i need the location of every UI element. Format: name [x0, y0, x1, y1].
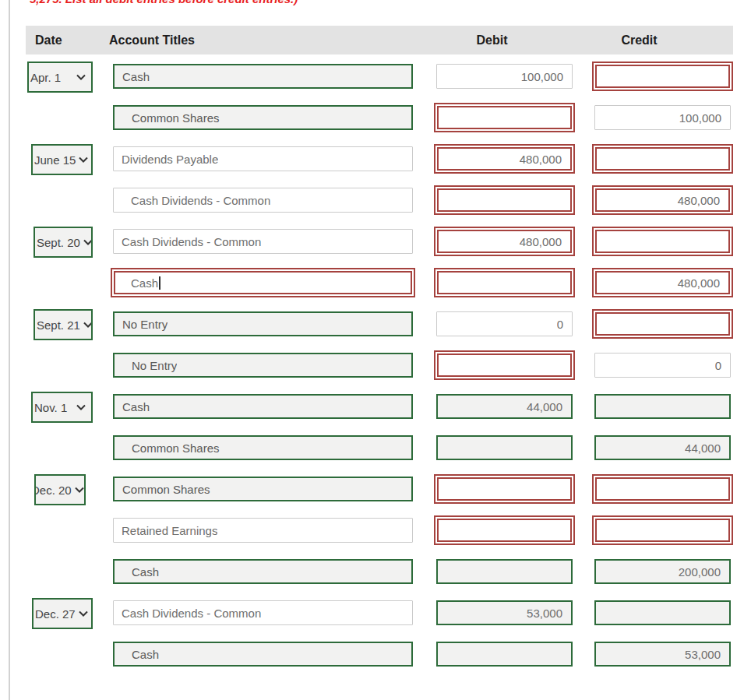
text-cursor — [159, 276, 160, 290]
account-input[interactable]: Cash — [113, 394, 413, 419]
header-debit: Debit — [413, 33, 571, 47]
chevron-down-icon — [83, 239, 93, 245]
debit-input[interactable]: 480,000 — [434, 227, 575, 256]
account-input[interactable]: Common Shares — [113, 105, 413, 130]
date-select-value: Dec. 20 — [34, 484, 72, 497]
table-row: Dec. 27 Cash Dividends - Common 53,000 — [26, 600, 733, 625]
debit-input[interactable] — [434, 474, 575, 504]
date-select-value: June 15 — [34, 153, 76, 167]
account-input[interactable]: Common Shares — [113, 477, 413, 501]
debit-input[interactable] — [434, 268, 575, 297]
account-input[interactable]: Cash Dividends - Common — [113, 188, 413, 213]
table-row: Common Shares 44,000 — [26, 435, 733, 460]
date-select[interactable]: Dec. 20 — [34, 474, 86, 505]
debit-input[interactable]: 480,000 — [434, 144, 575, 174]
table-row: Retained Earnings — [26, 518, 733, 543]
table-row: Dec. 20 Common Shares — [26, 477, 733, 501]
account-input[interactable]: Dividends Payable — [113, 146, 413, 171]
debit-input[interactable] — [436, 435, 573, 460]
date-select[interactable]: Sept. 21 — [33, 309, 93, 340]
debit-input[interactable]: 53,000 — [436, 600, 573, 625]
journal-table: Date Account Titles Debit Credit Apr. 1 … — [26, 26, 733, 683]
account-input[interactable]: Cash Dividends - Common — [113, 600, 413, 625]
debit-input[interactable] — [434, 350, 575, 380]
table-row: Common Shares 100,000 — [26, 105, 733, 130]
credit-input[interactable] — [592, 144, 733, 174]
credit-input[interactable] — [592, 227, 733, 256]
table-row: Sept. 20 Cash Dividends - Common 480,000 — [26, 229, 733, 254]
chevron-down-icon — [79, 610, 88, 617]
table-row: No Entry 0 — [26, 353, 733, 378]
instruction-note: 5,275. List all debit entries before cre… — [30, 0, 298, 5]
date-select-value: Dec. 27 — [35, 607, 76, 621]
debit-input[interactable] — [434, 515, 575, 545]
header-date: Date — [26, 33, 93, 47]
table-row: Sept. 21 No Entry 0 — [26, 311, 733, 336]
header-credit: Credit — [571, 33, 707, 47]
table-row: Cash 53,000 — [26, 642, 733, 667]
credit-input[interactable] — [592, 309, 733, 339]
debit-input[interactable]: 44,000 — [436, 394, 573, 419]
credit-input[interactable]: 53,000 — [594, 642, 731, 667]
chevron-down-icon — [83, 322, 93, 328]
account-input-focused[interactable]: Cash — [111, 268, 415, 297]
journal-entry-page: { "note": "5,275. List all debit entries… — [0, 0, 751, 700]
date-select-value: Sept. 20 — [37, 236, 80, 249]
credit-input[interactable] — [592, 62, 733, 91]
chevron-down-icon — [79, 157, 88, 163]
credit-input[interactable]: 100,000 — [594, 105, 731, 130]
panel-left-border — [9, 0, 10, 700]
table-row: Cash Dividends - Common 480,000 — [26, 188, 733, 213]
date-select[interactable]: Nov. 1 — [31, 392, 93, 423]
credit-input[interactable] — [592, 474, 733, 504]
table-row: Apr. 1 Cash 100,000 — [26, 64, 733, 89]
credit-input[interactable] — [594, 600, 731, 625]
debit-input[interactable] — [436, 559, 573, 584]
debit-input[interactable] — [434, 185, 575, 215]
credit-input[interactable]: 200,000 — [594, 559, 731, 584]
date-select[interactable]: June 15 — [31, 144, 93, 175]
table-row: Nov. 1 Cash 44,000 — [26, 394, 733, 419]
debit-input[interactable]: 100,000 — [436, 64, 573, 89]
header-row: Date Account Titles Debit Credit — [26, 26, 733, 55]
date-select[interactable]: Sept. 20 — [33, 227, 93, 258]
header-account-titles: Account Titles — [93, 33, 413, 47]
account-input[interactable]: Retained Earnings — [113, 518, 413, 543]
date-select-value: Apr. 1 — [30, 71, 61, 84]
chevron-down-icon — [75, 487, 84, 493]
chevron-down-icon — [76, 404, 86, 410]
account-input[interactable]: Cash Dividends - Common — [113, 229, 413, 254]
account-input[interactable]: No Entry — [113, 311, 413, 336]
table-row: Cash 200,000 — [26, 559, 733, 584]
debit-input[interactable] — [436, 642, 573, 667]
chevron-down-icon — [76, 74, 86, 80]
date-select-value: Sept. 21 — [37, 318, 80, 332]
account-input[interactable]: No Entry — [113, 353, 413, 378]
table-row: June 15 Dividends Payable 480,000 — [26, 146, 733, 171]
account-input[interactable]: Cash — [113, 642, 413, 667]
date-select[interactable]: Dec. 27 — [32, 598, 93, 629]
date-select[interactable]: Apr. 1 — [27, 62, 93, 93]
account-input[interactable]: Cash — [113, 559, 413, 584]
credit-input[interactable]: 44,000 — [594, 435, 731, 460]
credit-input[interactable] — [594, 394, 731, 419]
account-input[interactable]: Cash — [113, 64, 413, 89]
credit-input[interactable]: 480,000 — [592, 268, 733, 297]
debit-input[interactable] — [434, 103, 575, 132]
account-input[interactable]: Common Shares — [113, 435, 413, 460]
credit-input[interactable]: 480,000 — [592, 185, 733, 215]
credit-input[interactable] — [592, 515, 733, 545]
date-select-value: Nov. 1 — [34, 401, 67, 414]
credit-input[interactable]: 0 — [594, 353, 731, 378]
debit-input[interactable]: 0 — [436, 311, 573, 336]
table-row: Cash 480,000 — [26, 270, 733, 295]
